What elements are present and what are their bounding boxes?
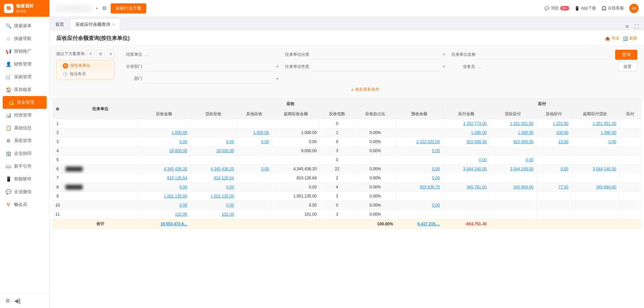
export-btn[interactable]: 📤 导出: [605, 36, 620, 41]
topbar-gear-icon[interactable]: ⚙: [102, 5, 107, 11]
data-cell[interactable]: [536, 201, 571, 210]
sidebar-item-quick[interactable]: ⌂ 快捷导航: [0, 32, 49, 45]
scheme-collapse-btn[interactable]: «: [107, 50, 115, 58]
sidebar-item-search[interactable]: 🔍 搜索菜单: [0, 19, 49, 32]
data-cell[interactable]: 152.00: [190, 210, 237, 219]
data-cell[interactable]: 2,153,333.00: [396, 137, 443, 146]
data-cell[interactable]: [443, 210, 490, 219]
data-cell[interactable]: [443, 174, 490, 183]
data-cell[interactable]: 0.00: [571, 137, 619, 146]
dept-manager-select[interactable]: [145, 62, 273, 71]
data-cell[interactable]: 4,345,436.20: [138, 165, 190, 174]
app-download-btn[interactable]: 📱 App下载: [575, 5, 596, 11]
data-cell[interactable]: 1,251,551.00: [571, 119, 619, 128]
data-cell[interactable]: 1,490.00: [443, 128, 490, 137]
data-cell[interactable]: 3,044,240.00: [489, 165, 536, 174]
sidebar-item-finance[interactable]: 💰 资金管理: [3, 96, 47, 109]
data-cell[interactable]: [138, 119, 190, 128]
sidebar-item-marketing[interactable]: 📢 营销推广: [0, 45, 49, 58]
data-cell[interactable]: [489, 210, 536, 219]
sidebar-item-system[interactable]: ⚙ 系统管理: [0, 134, 49, 147]
scheme-add-btn[interactable]: +: [87, 50, 95, 58]
data-cell[interactable]: [489, 201, 536, 210]
refresh-btn[interactable]: 🔄 刷新: [623, 36, 637, 41]
sidebar-item-basic[interactable]: 📋 基础信息: [0, 122, 49, 134]
dept-select[interactable]: [145, 74, 273, 83]
tab-home[interactable]: 首页: [50, 18, 70, 30]
data-cell[interactable]: [443, 201, 490, 210]
data-cell[interactable]: 0.00: [138, 201, 190, 210]
data-cell[interactable]: 345,684.00: [571, 183, 619, 192]
data-cell[interactable]: 0.00: [237, 137, 272, 146]
partner-name-input[interactable]: [478, 50, 611, 59]
sidebar-item-hardware[interactable]: 📱 智能硬件: [0, 173, 49, 185]
data-cell[interactable]: [396, 119, 443, 128]
scheme-by-salesman[interactable]: 🕐 按业务员: [60, 70, 111, 78]
sidebar-item-purchase[interactable]: 🛒 采购管理: [0, 71, 49, 83]
data-cell[interactable]: [237, 174, 272, 183]
data-cell[interactable]: 0.00: [396, 146, 443, 156]
data-cell[interactable]: [571, 192, 619, 201]
data-cell[interactable]: 1,001,135.00: [138, 192, 190, 201]
data-cell[interactable]: 100.00: [536, 128, 571, 137]
data-cell[interactable]: 0.00: [237, 165, 272, 174]
data-cell[interactable]: [536, 174, 571, 183]
data-cell[interactable]: [489, 146, 536, 156]
tab-close-icon[interactable]: ×: [112, 22, 115, 27]
data-cell[interactable]: [237, 210, 272, 219]
data-cell[interactable]: [571, 201, 619, 210]
data-cell[interactable]: 1,390.00: [571, 128, 619, 137]
data-cell[interactable]: 655,636.75: [396, 183, 443, 192]
data-cell[interactable]: 1,390.00: [489, 128, 536, 137]
topbar-user[interactable]: Rit: [629, 4, 639, 13]
data-cell[interactable]: [396, 156, 443, 165]
data-cell[interactable]: 915,495.56: [489, 137, 536, 146]
data-cell[interactable]: [489, 174, 536, 183]
data-cell[interactable]: [237, 192, 272, 201]
data-cell[interactable]: 3,044,240.00: [443, 165, 490, 174]
data-cell[interactable]: [536, 210, 571, 219]
maximize-icon[interactable]: ⛶: [633, 23, 640, 30]
data-cell[interactable]: [190, 128, 237, 137]
data-cell[interactable]: [489, 192, 536, 201]
data-cell[interactable]: 915,508.56: [443, 137, 490, 146]
settlement-dots[interactable]: ...: [145, 52, 149, 57]
sidebar-item-inventory[interactable]: 🏠 库存核算: [0, 83, 49, 96]
data-cell[interactable]: 345,684.00: [489, 183, 536, 192]
topbar-dropdown-icon[interactable]: ▾: [96, 6, 98, 11]
footer-ar-prepaid[interactable]: 6,417,215....: [396, 219, 443, 229]
tab-ar-ap[interactable]: 应收应付余额查询 ×: [70, 18, 120, 30]
data-cell[interactable]: [571, 156, 619, 165]
data-cell[interactable]: 0.00: [489, 156, 536, 165]
data-cell[interactable]: 77.00: [536, 183, 571, 192]
data-cell[interactable]: [536, 146, 571, 156]
messages-btn[interactable]: 💬 消息 99+: [544, 5, 569, 11]
data-cell[interactable]: 0.00: [138, 183, 190, 192]
data-cell[interactable]: 1,222.00: [536, 119, 571, 128]
collapse-more-btn[interactable]: ∧ 收起更多条件: [119, 85, 611, 94]
data-cell[interactable]: [571, 210, 619, 219]
data-cell[interactable]: [237, 183, 272, 192]
data-cell[interactable]: [571, 146, 619, 156]
close-window-icon[interactable]: ✕: [624, 23, 631, 30]
data-cell[interactable]: [190, 119, 237, 128]
data-cell[interactable]: [536, 192, 571, 201]
data-cell[interactable]: 0.00: [396, 174, 443, 183]
sidebar-item-sales[interactable]: 👤 销售管理: [0, 58, 49, 71]
scheme-by-partner[interactable]: 财 按往来单位: [60, 61, 111, 70]
sidebar-item-member[interactable]: V 畅会员: [0, 198, 49, 211]
data-cell[interactable]: [443, 146, 490, 156]
data-cell[interactable]: 0.00: [396, 201, 443, 210]
sidebar-item-wechat[interactable]: 💬 企业微信: [0, 185, 49, 198]
data-cell[interactable]: [396, 128, 443, 137]
data-cell[interactable]: 0.00: [138, 137, 190, 146]
sidebar-collapse-icon[interactable]: ◀‖: [14, 298, 21, 304]
data-cell[interactable]: 1,000.00: [138, 128, 190, 137]
data-cell[interactable]: 3,044,240.00: [571, 165, 619, 174]
data-cell[interactable]: [138, 156, 190, 165]
table-settings-header[interactable]: ⚙: [53, 99, 63, 119]
partner-category-select[interactable]: [312, 50, 439, 59]
sidebar-item-operation[interactable]: 📊 经营管理: [0, 109, 49, 122]
sidebar-item-guide[interactable]: 📖 新手引导: [0, 160, 49, 173]
data-cell[interactable]: 0.00: [396, 165, 443, 174]
